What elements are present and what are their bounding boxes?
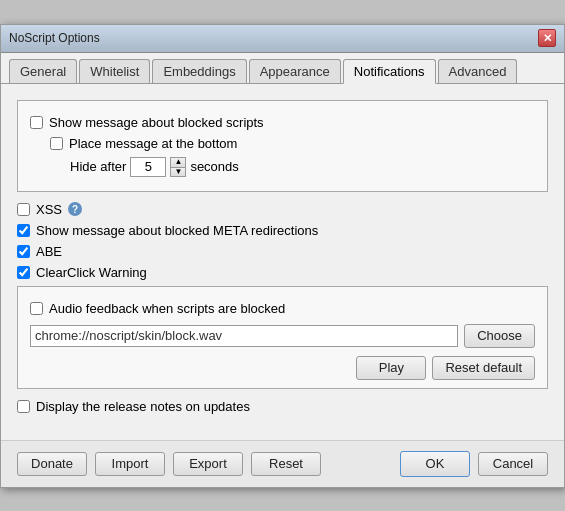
window: NoScript Options ✕ General Whitelist Emb… [0,24,565,488]
place-bottom-row: Place message at the bottom [50,136,535,151]
bottom-bar: Donate Import Export Reset OK Cancel [1,440,564,487]
show-blocked-scripts-row: Show message about blocked scripts [30,115,535,130]
xss-label: XSS [36,202,62,217]
import-button[interactable]: Import [95,452,165,476]
cancel-button[interactable]: Cancel [478,452,548,476]
place-bottom-label: Place message at the bottom [69,136,237,151]
show-blocked-meta-checkbox[interactable] [17,224,30,237]
content-area: Show message about blocked scripts Place… [1,84,564,440]
spinner-up[interactable]: ▲ [170,157,186,167]
tab-embeddings[interactable]: Embeddings [152,59,246,83]
tab-appearance[interactable]: Appearance [249,59,341,83]
audio-section: Audio feedback when scripts are blocked … [17,286,548,389]
audio-feedback-row: Audio feedback when scripts are blocked [30,301,535,316]
abe-row: ABE [17,244,548,259]
audio-feedback-checkbox[interactable] [30,302,43,315]
hide-after-spinner: ▲ ▼ [170,157,186,177]
window-title: NoScript Options [9,31,100,45]
show-blocked-scripts-checkbox[interactable] [30,116,43,129]
xss-checkbox[interactable] [17,203,30,216]
show-blocked-meta-row: Show message about blocked META redirect… [17,223,548,238]
donate-button[interactable]: Donate [17,452,87,476]
hide-after-label: Hide after [70,159,126,174]
abe-label: ABE [36,244,62,259]
show-blocked-meta-label: Show message about blocked META redirect… [36,223,318,238]
tab-advanced[interactable]: Advanced [438,59,518,83]
export-button[interactable]: Export [173,452,243,476]
audio-file-input[interactable] [30,325,458,347]
clearclick-checkbox[interactable] [17,266,30,279]
reset-default-button[interactable]: Reset default [432,356,535,380]
seconds-label: seconds [190,159,238,174]
release-notes-row: Display the release notes on updates [17,399,548,414]
hide-after-row: Hide after ▲ ▼ seconds [70,157,535,177]
place-bottom-checkbox[interactable] [50,137,63,150]
clearclick-label: ClearClick Warning [36,265,147,280]
release-notes-label: Display the release notes on updates [36,399,250,414]
ok-button[interactable]: OK [400,451,470,477]
xss-row: XSS ? [17,202,548,217]
abe-checkbox[interactable] [17,245,30,258]
reset-button[interactable]: Reset [251,452,321,476]
tab-notifications[interactable]: Notifications [343,59,436,84]
audio-buttons-row: Play Reset default [30,356,535,380]
hide-after-input[interactable] [130,157,166,177]
clearclick-row: ClearClick Warning [17,265,548,280]
tab-general[interactable]: General [9,59,77,83]
tab-whitelist[interactable]: Whitelist [79,59,150,83]
show-blocked-scripts-label: Show message about blocked scripts [49,115,264,130]
choose-button[interactable]: Choose [464,324,535,348]
release-notes-checkbox[interactable] [17,400,30,413]
audio-feedback-label: Audio feedback when scripts are blocked [49,301,285,316]
audio-file-row: Choose [30,324,535,348]
blocked-scripts-section: Show message about blocked scripts Place… [17,100,548,192]
tab-bar: General Whitelist Embeddings Appearance … [1,53,564,84]
close-button[interactable]: ✕ [538,29,556,47]
spinner-down[interactable]: ▼ [170,167,186,177]
play-button[interactable]: Play [356,356,426,380]
title-bar: NoScript Options ✕ [1,25,564,53]
xss-help-icon[interactable]: ? [68,202,82,216]
